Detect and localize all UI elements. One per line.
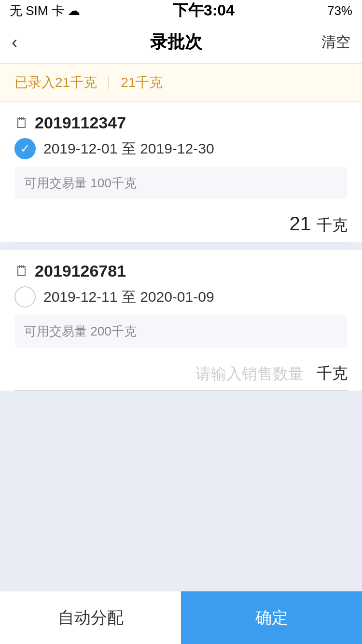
clear-button[interactable]: 清空: [312, 32, 350, 52]
batch-1-available: 可用交易量 100千克: [14, 167, 348, 199]
page-title: 录批次: [150, 30, 202, 54]
batch-2-unit: 千克: [317, 363, 348, 384]
batch-1-number: 2019112347: [35, 113, 126, 132]
summary-bar: 已录入21千克 21千克: [0, 64, 362, 102]
batch-1-amount-value: 21: [290, 213, 311, 235]
batch-2-input-row[interactable]: 千克: [0, 353, 362, 390]
batch-card-2: 🗒 2019126781 2019-12-11 至 2020-01-09 可用交…: [0, 250, 362, 391]
battery-icon: 73%: [327, 3, 352, 18]
batch-1-amount-unit: 千克: [317, 215, 348, 236]
batch-1-date-row: ✓ 2019-12-01 至 2019-12-30: [0, 136, 362, 161]
batch-2-qty-input[interactable]: [14, 365, 311, 383]
confirm-button[interactable]: 确定: [181, 591, 362, 644]
summary-divider: [109, 76, 109, 89]
batch-1-header: 🗒 2019112347: [0, 102, 362, 136]
batch-2-available: 可用交易量 200千克: [14, 315, 348, 348]
status-time: 下午3:04: [173, 0, 235, 21]
section-separator-1: [0, 242, 362, 250]
batch-1-icon: 🗒: [14, 115, 29, 131]
back-button[interactable]: ‹: [12, 32, 41, 53]
batch-card-1: 🗒 2019112347 ✓ 2019-12-01 至 2019-12-30 可…: [0, 102, 362, 242]
summary-total: 21千克: [121, 73, 163, 92]
batch-2-header: 🗒 2019126781: [0, 250, 362, 284]
status-bar: 无 SIM 卡 ☁ 下午3:04 73%: [0, 0, 362, 21]
batch-1-date: 2019-12-01 至 2019-12-30: [43, 139, 214, 159]
bottom-bar: 自动分配 确定: [0, 591, 362, 644]
batch-2-radio[interactable]: [14, 286, 36, 308]
check-icon: ✓: [20, 142, 30, 155]
summary-recorded: 已录入21千克: [14, 73, 97, 92]
batch-2-icon: 🗒: [14, 263, 29, 280]
gray-area: [0, 391, 362, 591]
nav-bar: ‹ 录批次 清空: [0, 21, 362, 64]
batch-2-date: 2019-12-11 至 2020-01-09: [43, 287, 214, 307]
status-right: 73%: [327, 3, 352, 18]
batch-2-number: 2019126781: [35, 262, 126, 280]
status-left: 无 SIM 卡 ☁: [10, 2, 80, 19]
batch-2-date-row: 2019-12-11 至 2020-01-09: [0, 284, 362, 309]
batch-1-radio[interactable]: ✓: [14, 138, 36, 159]
batch-1-amount-row: 21 千克: [0, 205, 362, 242]
auto-distribute-button[interactable]: 自动分配: [0, 591, 181, 644]
